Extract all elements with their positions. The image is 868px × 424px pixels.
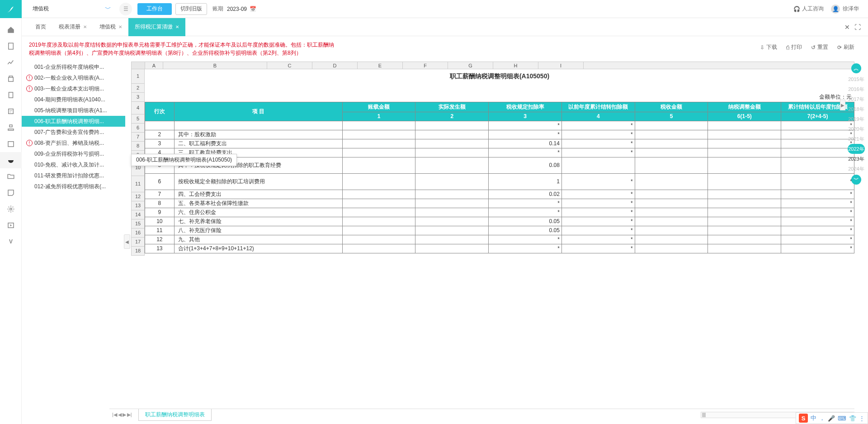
col-header[interactable]: F (403, 62, 448, 69)
cell[interactable] (174, 121, 342, 130)
col-header[interactable]: D (312, 62, 358, 69)
old-version-button[interactable]: 切到旧版 (175, 3, 207, 15)
cell[interactable]: 2 (415, 112, 489, 121)
refresh-button[interactable]: ⟳刷新 (837, 43, 854, 51)
cell[interactable] (415, 139, 489, 148)
cell[interactable] (342, 235, 415, 244)
cell[interactable]: 12 (145, 235, 175, 244)
cell[interactable] (635, 139, 708, 148)
close-icon[interactable]: ✕ (118, 24, 122, 29)
year-button[interactable]: 2021年 (848, 134, 865, 144)
cell[interactable] (342, 244, 415, 253)
cell[interactable]: 四、工会经费支出 (174, 190, 342, 199)
cell[interactable]: 1 (489, 173, 562, 190)
cell[interactable] (145, 121, 175, 130)
cell[interactable] (415, 235, 489, 244)
cell[interactable] (561, 190, 635, 199)
sheet-nav-first[interactable]: |◀ (112, 412, 117, 418)
cell[interactable] (415, 130, 489, 139)
cell[interactable] (708, 139, 781, 148)
cell[interactable] (342, 121, 415, 130)
form-list-item[interactable]: 006-职工薪酬纳税调整明细... (22, 116, 125, 127)
nav-video[interactable] (0, 217, 22, 233)
cell[interactable]: 二、职工福利费支出 (174, 139, 342, 148)
cell[interactable]: 13 (145, 244, 175, 253)
cell[interactable] (635, 148, 708, 157)
nav-home[interactable] (0, 22, 22, 38)
tab-item[interactable]: 税表清册✕ (52, 18, 93, 36)
scroll-thumb[interactable] (702, 413, 706, 417)
cell[interactable] (489, 208, 562, 217)
cell[interactable] (635, 190, 708, 199)
cell[interactable]: 职工薪酬纳税调整明细表(A105050) (145, 69, 854, 84)
cell[interactable] (415, 173, 489, 190)
cell[interactable] (635, 199, 708, 208)
cell[interactable]: 6 (145, 173, 175, 190)
cell[interactable] (415, 208, 489, 217)
year-button[interactable]: 2022年 (848, 144, 865, 154)
col-header[interactable]: C (267, 62, 312, 69)
cell[interactable]: 0.08 (489, 157, 562, 173)
cell[interactable] (489, 148, 562, 157)
form-list-item[interactable]: 009-企业所得税弥补亏损明... (22, 148, 125, 159)
year-button[interactable]: 2016年 (848, 84, 865, 94)
cell[interactable] (561, 244, 635, 253)
cell[interactable]: 4 (561, 112, 635, 121)
year-button[interactable]: 2015年 (848, 74, 865, 84)
row-header[interactable]: 12 (131, 192, 145, 201)
form-list-item[interactable]: 007-广告费和业务宣传费跨... (22, 127, 125, 138)
ime-lang[interactable]: 中 (811, 414, 816, 422)
cell[interactable] (415, 226, 489, 235)
form-list-item[interactable]: 010-免税、减计收入及加计... (22, 159, 125, 170)
cell[interactable] (489, 199, 562, 208)
cell[interactable] (635, 244, 708, 253)
cell[interactable] (781, 235, 854, 244)
cell[interactable] (342, 226, 415, 235)
ime-keyboard[interactable]: ⌨ (838, 415, 846, 422)
form-list-item[interactable]: !003-一般企业成本支出明细... (22, 83, 125, 94)
cell[interactable] (708, 199, 781, 208)
cell[interactable]: 10 (145, 217, 175, 226)
close-icon[interactable]: ✕ (83, 24, 87, 29)
cell[interactable] (489, 244, 562, 253)
cell[interactable] (342, 217, 415, 226)
cell[interactable] (781, 208, 854, 217)
cell[interactable]: 11 (145, 226, 175, 235)
col-header[interactable]: B (163, 62, 267, 69)
row-header[interactable]: 6 (131, 124, 145, 133)
cell[interactable] (781, 244, 854, 253)
row-header[interactable]: 17 (131, 238, 145, 247)
year-button[interactable]: 2020年 (848, 124, 865, 134)
cell[interactable]: 九、其他 (174, 235, 342, 244)
cell[interactable] (415, 157, 489, 173)
cell[interactable] (708, 226, 781, 235)
cell[interactable] (708, 130, 781, 139)
cell[interactable] (708, 121, 781, 130)
select-all-corner[interactable] (132, 62, 145, 69)
form-list-item[interactable]: 011-研发费用加计扣除优惠... (22, 170, 125, 181)
tax-type-select[interactable]: 增值税 ﹀ (29, 5, 115, 13)
nav-chart[interactable] (0, 54, 22, 71)
cell[interactable]: 3 (145, 139, 175, 148)
cell[interactable] (145, 84, 854, 93)
cell[interactable]: 0.05 (489, 226, 562, 235)
cell[interactable] (635, 173, 708, 190)
cell[interactable] (342, 130, 415, 139)
ime-skin[interactable]: 👕 (849, 415, 856, 422)
cell[interactable]: 9 (145, 208, 175, 217)
print-button[interactable]: ⎙打印 (786, 43, 802, 51)
cell[interactable] (708, 217, 781, 226)
cell[interactable]: 金额单位：元 (145, 93, 854, 102)
cell[interactable] (708, 157, 781, 173)
row-header[interactable]: 15 (131, 219, 145, 229)
row-header[interactable]: 13 (131, 201, 145, 210)
nav-date[interactable] (0, 136, 22, 152)
nav-vip[interactable]: V (0, 233, 22, 250)
cell[interactable] (342, 199, 415, 208)
cell[interactable] (635, 235, 708, 244)
cell[interactable] (342, 139, 415, 148)
cell[interactable] (561, 217, 635, 226)
cell[interactable]: 税收规定扣除率 (489, 102, 562, 112)
sheet-nav-last[interactable]: ▶| (127, 412, 132, 418)
year-down-button[interactable]: ︾ (851, 175, 861, 185)
